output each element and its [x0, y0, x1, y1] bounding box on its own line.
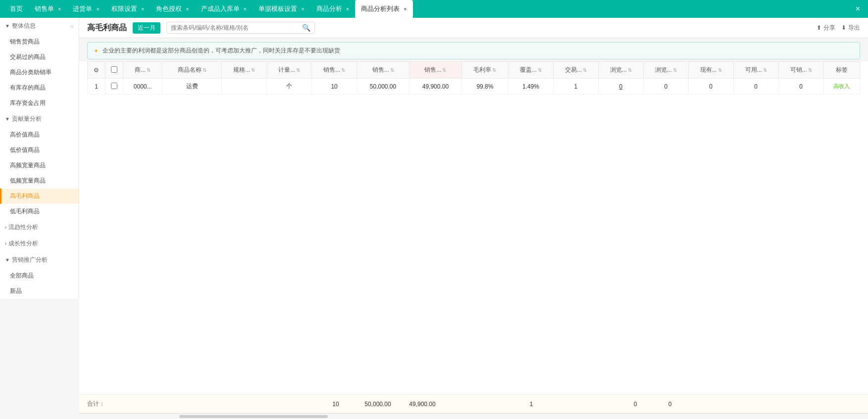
export-icon: ⬇: [841, 24, 846, 31]
sidebar-item-new-products[interactable]: 新品: [0, 283, 79, 299]
table-wrapper[interactable]: ⚙ 商... ⇅ 商品名称: [79, 61, 868, 394]
scroll-bar-area[interactable]: [79, 413, 868, 419]
nav-permissions[interactable]: 权限设置 ×: [105, 0, 150, 18]
nav-products-entry[interactable]: 产成品入库单 ×: [195, 0, 253, 18]
sidebar-item-low-margin[interactable]: 低毛利商品: [0, 204, 79, 219]
sidebar-collapse-btn[interactable]: «: [70, 22, 74, 30]
footer-current-stock: 0: [618, 401, 653, 408]
nav-permissions-close[interactable]: ×: [141, 6, 144, 12]
period-button[interactable]: 近一月: [133, 22, 160, 34]
nav-sales-order-close[interactable]: ×: [58, 6, 61, 12]
cell-code: 0000...: [123, 79, 162, 94]
col-browse2[interactable]: 浏览... ⇅: [643, 62, 688, 79]
col-code[interactable]: 商... ⇅: [123, 62, 162, 79]
sidebar: ▼ 整体信息 « 销售货商品 交易过的商品 商品分类助销率 有库存的商品 库存资…: [0, 18, 79, 299]
sidebar-group-marketing-analysis[interactable]: ▼ 营销推广分析: [0, 252, 79, 268]
nav-sales-order[interactable]: 销售单 ×: [29, 0, 67, 18]
cell-coverage: 1.49%: [508, 79, 553, 94]
col-spec[interactable]: 规格... ⇅: [222, 62, 267, 79]
nav-purchase[interactable]: 进货单 ×: [67, 0, 105, 18]
top-navigation: 首页 销售单 × 进货单 × 权限设置 × 角色授权 × 产成品入库单 × 单据…: [0, 0, 868, 18]
footer-sales-amt: 50,000.00: [356, 401, 400, 408]
sidebar-group-growth-label: 成长性分析: [8, 239, 38, 248]
col-gross-margin[interactable]: 毛利率 ⇅: [461, 62, 508, 79]
info-message: 企业的主要的利润都是这部分商品创造的，可考虑加大推广，同时关注库存是不要出现缺货: [102, 47, 340, 55]
col-unit[interactable]: 计量... ⇅: [267, 62, 312, 79]
nav-roles-label: 角色授权: [156, 4, 182, 13]
sidebar-group-overall-info[interactable]: ▼ 整体信息 «: [0, 18, 79, 34]
sidebar-group-financial-analysis[interactable]: ▼ 贡献量分析: [0, 111, 79, 127]
group-trend-arrow: ›: [5, 225, 6, 230]
cell-sales-qty: 10: [312, 79, 357, 94]
sidebar-group-trend-analysis[interactable]: › 流趋性分析: [0, 219, 79, 235]
col-current-stock[interactable]: 现有... ⇅: [688, 62, 733, 79]
content-header: 高毛利商品 近一月 🔍 ⬆ 分享 ⬇ 导出: [79, 18, 868, 38]
search-input[interactable]: [171, 24, 299, 31]
table-row: 1 0000... 运费 个 10 50,000.00 49,900.00 99…: [88, 79, 860, 94]
sidebar-group-growth-analysis[interactable]: › 成长性分析: [0, 235, 79, 252]
search-box: 🔍: [166, 22, 315, 34]
sidebar-item-high-freq[interactable]: 高频宽量商品: [0, 158, 79, 173]
sidebar-item-low-value[interactable]: 低价值商品: [0, 142, 79, 158]
sidebar-item-stock-capital[interactable]: 库存资金占用: [0, 95, 79, 111]
group-growth-arrow: ›: [5, 241, 6, 246]
nav-product-analysis[interactable]: 商品分析 ×: [310, 0, 355, 18]
nav-template-settings[interactable]: 单据模板设置 ×: [253, 0, 310, 18]
table-header-row: ⚙ 商... ⇅ 商品名称: [88, 62, 860, 79]
col-sales-qty[interactable]: 销售... ⇅: [312, 62, 357, 79]
nav-purchase-label: 进货单: [73, 4, 92, 13]
nav-roles[interactable]: 角色授权 ×: [150, 0, 195, 18]
col-browse1[interactable]: 浏览... ⇅: [598, 62, 643, 79]
scroll-thumb[interactable]: [179, 415, 328, 418]
nav-sales-order-label: 销售单: [35, 4, 54, 13]
cell-sales-profit: 49,900.00: [409, 79, 461, 94]
col-sales-profit[interactable]: 销售... ⇅: [409, 62, 461, 79]
group-financial-arrow: ▼: [5, 116, 10, 122]
col-sellable[interactable]: 可销... ⇅: [778, 62, 823, 79]
search-icon[interactable]: 🔍: [302, 24, 310, 32]
row-checkbox[interactable]: [111, 83, 117, 89]
col-settings[interactable]: ⚙: [88, 62, 105, 79]
sidebar-item-analysis-assist[interactable]: 商品分类助销率: [0, 65, 79, 80]
nav-product-analysis-list[interactable]: 商品分析列表 ×: [355, 0, 412, 18]
sidebar-item-all-products[interactable]: 全部商品: [0, 268, 79, 283]
footer-sales-qty: 10: [316, 401, 356, 408]
nav-product-analysis-close[interactable]: ×: [346, 6, 349, 12]
sidebar-wrapper: ▼ 整体信息 « 销售货商品 交易过的商品 商品分类助销率 有库存的商品 库存资…: [0, 18, 79, 419]
nav-product-analysis-label: 商品分析: [316, 4, 342, 13]
nav-roles-close[interactable]: ×: [186, 6, 189, 12]
nav-product-analysis-list-close[interactable]: ×: [404, 6, 407, 12]
nav-purchase-close[interactable]: ×: [96, 6, 99, 12]
col-trade-count[interactable]: 交易... ⇅: [553, 62, 598, 79]
sidebar-item-traded[interactable]: 交易过的商品: [0, 49, 79, 65]
export-button[interactable]: ⬇ 导出: [841, 24, 860, 32]
col-sales-amt[interactable]: 销售... ⇅: [357, 62, 409, 79]
nav-home[interactable]: 首页: [4, 0, 29, 18]
nav-template-settings-close[interactable]: ×: [301, 6, 304, 12]
sidebar-item-in-stock[interactable]: 有库存的商品: [0, 80, 79, 95]
sidebar-group-trend-label: 流趋性分析: [8, 223, 38, 232]
col-checkbox[interactable]: [105, 62, 123, 79]
header-actions: ⬆ 分享 ⬇ 导出: [817, 24, 860, 32]
cell-sellable: 0: [778, 79, 823, 94]
col-tag[interactable]: 标签: [823, 62, 860, 79]
page-title: 高毛利商品: [87, 23, 127, 33]
sidebar-item-low-freq[interactable]: 低频宽量商品: [0, 173, 79, 188]
cell-spec: [222, 79, 267, 94]
sidebar-group-marketing-label: 营销推广分析: [12, 256, 48, 264]
cell-checkbox[interactable]: [105, 79, 123, 94]
nav-products-entry-close[interactable]: ×: [244, 6, 247, 12]
sidebar-item-sales-ranking[interactable]: 销售货商品: [0, 34, 79, 49]
col-name[interactable]: 商品名称 ⇅: [162, 62, 222, 79]
sidebar-item-high-margin[interactable]: 高毛利商品: [0, 188, 79, 204]
sidebar-item-high-value[interactable]: 高价值商品: [0, 127, 79, 142]
share-button[interactable]: ⬆ 分享: [817, 24, 835, 32]
select-all-checkbox[interactable]: [111, 66, 117, 73]
nav-close-all[interactable]: ×: [852, 4, 864, 13]
content-area: 高毛利商品 近一月 🔍 ⬆ 分享 ⬇ 导出 ✦ 企业的主要的利润都是这部分商品创…: [79, 18, 868, 419]
cell-seq: 1: [88, 79, 105, 94]
col-available[interactable]: 可用... ⇅: [733, 62, 778, 79]
cell-name: 运费: [162, 79, 222, 94]
col-coverage[interactable]: 覆盖... ⇅: [508, 62, 553, 79]
cell-browse1: 0: [598, 79, 643, 94]
